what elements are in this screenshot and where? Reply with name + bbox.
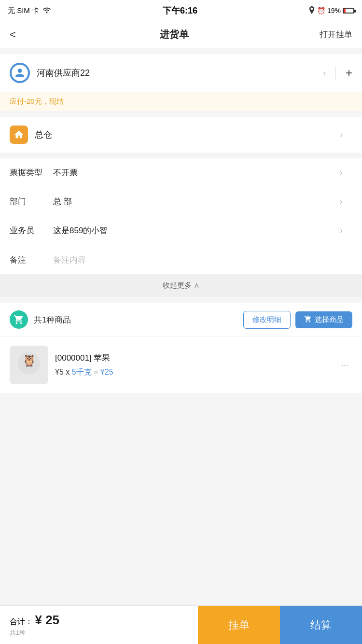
- warehouse-name: 总仓: [35, 129, 340, 140]
- total-amount: ¥ 25: [35, 613, 59, 627]
- main-content: 河南供应商22 › + 应付-20元，现结 总仓 › 票据类型 不开票 ›: [0, 54, 362, 432]
- product-more-button[interactable]: ···: [337, 356, 352, 374]
- product-thumbnail: 🦉: [10, 346, 48, 384]
- invoice-type-value: 不开票: [53, 167, 340, 178]
- nav-bar: < 进货单 打开挂单: [0, 21, 362, 48]
- department-value: 总 部: [53, 196, 340, 207]
- page-title: 进货单: [160, 28, 189, 41]
- bottom-bar: 合计： ¥ 25 共1种 挂单 结算: [0, 605, 362, 644]
- supplier-name: 河南供应商22: [37, 67, 323, 79]
- open-hang-button[interactable]: 打开挂单: [320, 29, 352, 40]
- products-icon: [10, 310, 28, 329]
- avatar-inner: [12, 65, 28, 81]
- products-section: 共1种商品 修改明细 选择商品 🦉: [0, 303, 362, 393]
- product-id: [0000001]: [55, 353, 94, 363]
- hang-button[interactable]: 挂单: [198, 606, 280, 644]
- cart-icon: [304, 315, 312, 324]
- price-eq: =: [94, 368, 100, 376]
- status-time: 下午6:16: [163, 5, 197, 16]
- form-section: 票据类型 不开票 › 部门 总 部 › 业务员 这是859的小智 › 备注 备注…: [0, 158, 362, 274]
- select-product-button[interactable]: 选择商品: [295, 311, 352, 328]
- remark-label: 备注: [10, 254, 53, 266]
- supplier-chevron-icon: ›: [323, 68, 326, 78]
- alarm-icon: ⏰: [317, 7, 325, 14]
- department-row[interactable]: 部门 总 部 ›: [0, 187, 362, 216]
- product-name: [0000001] 苹果: [55, 352, 331, 364]
- status-carrier: 无 SIM 卡: [8, 6, 52, 15]
- warehouse-card[interactable]: 总仓 ›: [0, 117, 362, 153]
- department-chevron-icon: ›: [340, 196, 343, 207]
- total-section: 合计： ¥ 25 共1种: [0, 613, 198, 637]
- product-price: ¥5 x 5千克 = ¥25: [55, 367, 331, 378]
- status-icons: ⏰ 19%: [308, 6, 354, 15]
- invoice-type-label: 票据类型: [10, 167, 53, 178]
- svg-text:🦉: 🦉: [22, 354, 37, 367]
- warehouse-chevron-icon: ›: [340, 130, 343, 140]
- battery-icon: [343, 8, 354, 14]
- divider: [335, 66, 336, 80]
- products-header: 共1种商品 修改明细 选择商品: [0, 303, 362, 337]
- supplier-avatar: [10, 63, 30, 83]
- warehouse-row[interactable]: 总仓 ›: [0, 117, 362, 153]
- warehouse-icon: [10, 126, 28, 144]
- invoice-chevron-icon: ›: [340, 168, 343, 178]
- status-bar: 无 SIM 卡 下午6:16 ⏰ 19%: [0, 0, 362, 21]
- edit-detail-button[interactable]: 修改明细: [243, 311, 291, 329]
- department-label: 部门: [10, 196, 53, 207]
- invoice-type-row[interactable]: 票据类型 不开票 ›: [0, 158, 362, 187]
- product-title: 苹果: [94, 353, 110, 363]
- remark-placeholder[interactable]: 备注内容: [53, 254, 352, 266]
- remark-row[interactable]: 备注 备注内容: [0, 245, 362, 274]
- price-total: ¥25: [100, 368, 113, 376]
- total-label: 合计：: [10, 617, 33, 626]
- supplier-card: 河南供应商22 › + 应付-20元，现结: [0, 54, 362, 111]
- products-count: 共1种商品: [34, 314, 243, 325]
- salesperson-chevron-icon: ›: [340, 225, 343, 236]
- add-supplier-button[interactable]: +: [346, 66, 352, 80]
- carrier-text: 无 SIM 卡: [8, 6, 39, 15]
- price-qty: 5千克: [72, 368, 92, 376]
- collapse-bar[interactable]: 收起更多 ∧: [0, 274, 362, 297]
- select-product-label: 选择商品: [315, 315, 344, 324]
- owl-icon: 🦉: [17, 351, 41, 379]
- bottom-spacer: [0, 393, 362, 432]
- checkout-button[interactable]: 结算: [280, 606, 362, 644]
- salesperson-row[interactable]: 业务员 这是859的小智 ›: [0, 216, 362, 245]
- supplier-row[interactable]: 河南供应商22 › +: [0, 54, 362, 92]
- svg-point-0: [46, 12, 48, 13]
- notice-text: 应付-20元，现结: [10, 97, 64, 105]
- total-count: 共1种: [10, 629, 188, 637]
- back-button[interactable]: <: [10, 28, 29, 41]
- location-icon: [308, 6, 315, 15]
- notice-bar: 应付-20元，现结: [0, 92, 362, 111]
- battery-text: 19%: [327, 7, 341, 14]
- wifi-icon: [42, 6, 52, 15]
- total-row: 合计： ¥ 25: [10, 613, 188, 628]
- product-info: [0000001] 苹果 ¥5 x 5千克 = ¥25: [55, 352, 331, 378]
- product-item: 🦉 [0000001] 苹果 ¥5 x 5千克 = ¥25 ···: [0, 337, 362, 393]
- price-value: ¥5 x: [55, 368, 72, 376]
- collapse-label: 收起更多 ∧: [163, 281, 199, 289]
- salesperson-label: 业务员: [10, 225, 53, 236]
- salesperson-value: 这是859的小智: [53, 225, 340, 236]
